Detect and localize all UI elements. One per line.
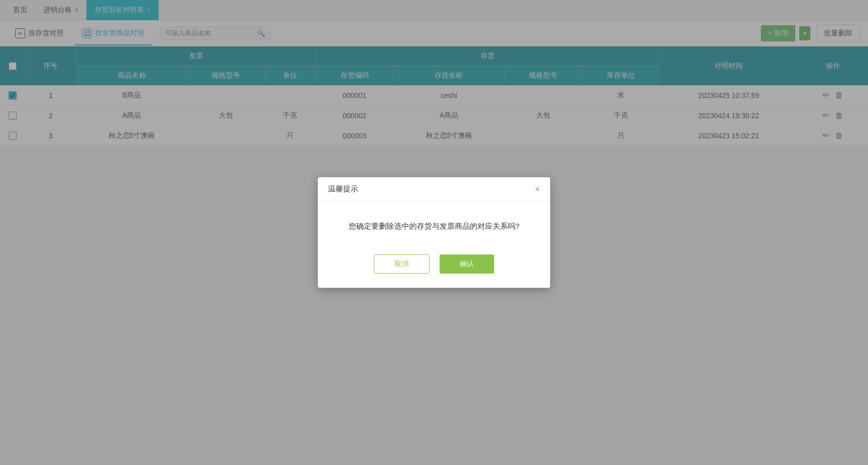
dialog-overlay: 温馨提示 × 您确定要删除选中的存货与发票商品的对应关系吗? 取消 确认 — [0, 0, 868, 465]
dialog-footer: 取消 确认 — [318, 246, 550, 288]
dialog: 温馨提示 × 您确定要删除选中的存货与发票商品的对应关系吗? 取消 确认 — [318, 177, 550, 288]
confirm-button[interactable]: 确认 — [440, 254, 494, 274]
dialog-title: 温馨提示 — [328, 184, 358, 194]
dialog-message: 您确定要删除选中的存货与发票商品的对应关系吗? — [349, 222, 519, 230]
cancel-button[interactable]: 取消 — [374, 254, 429, 274]
dialog-body: 您确定要删除选中的存货与发票商品的对应关系吗? — [318, 201, 550, 246]
dialog-header: 温馨提示 × — [318, 177, 550, 201]
dialog-close-button[interactable]: × — [535, 185, 540, 194]
